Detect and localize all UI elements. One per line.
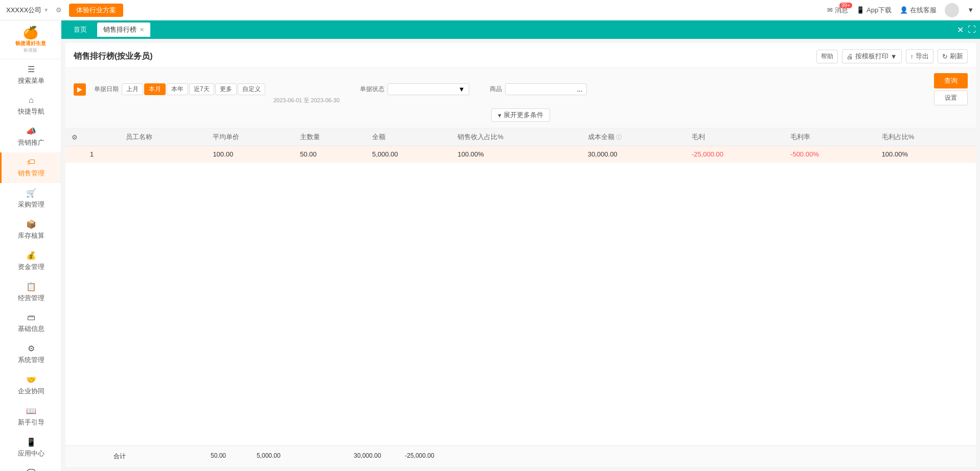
td-avg-price: 100.00 [207,146,293,163]
date-7-btn[interactable]: 近7天 [189,83,214,95]
home-icon: ⌂ [29,96,34,105]
td-qty: 50.00 [294,146,366,163]
expand-icon: ▾ [498,111,502,119]
th-gross-rate: 毛利率 [784,128,876,146]
print-label: 按模板打印 [855,52,888,61]
sidebar-label-finance: 资金管理 [18,262,44,272]
export-button[interactable]: ↑ 导出 [906,49,934,63]
query-button[interactable]: 查询 [934,73,968,88]
sidebar-item-sales[interactable]: 🏷 销售管理 [0,152,61,183]
column-settings-icon[interactable]: ⚙ [72,133,78,141]
message-button[interactable]: ✉ 消息 99+ [827,6,848,15]
tab-bar: 首页 销售排行榜 ✕ ✕ ⛶ [61,20,980,39]
top-right-actions: ✉ 消息 99+ 📱 App下载 👤 在线客服 ▼ [827,3,974,17]
status-select[interactable]: ▼ [388,83,469,95]
sidebar-item-operation[interactable]: 📋 经营管理 [0,277,61,308]
tab-maximize-icon[interactable]: ⛶ [968,25,976,35]
sidebar-label-search: 搜索菜单 [18,76,44,85]
cost-info-icon[interactable]: ⓘ [616,134,622,140]
refresh-button[interactable]: ↻ 刷新 [938,49,968,63]
date-prev-btn[interactable]: 上月 [122,83,143,95]
footer-cost: 30,000.00 [348,450,399,463]
footer-total-label: 合计 [107,450,158,463]
th-amount: 全额 [366,128,451,146]
filter-area: ▶ 单据日期 上月 本月 本年 近7天 更多 自定义 2023-06 [65,68,976,128]
sidebar-item-marketing[interactable]: 📣 营销推广 [0,121,61,152]
th-qty: 主数量 [294,128,366,146]
user-name[interactable]: ▼ [967,6,974,14]
td-sales-pct: 100.00% [451,146,582,163]
app-download-button[interactable]: 📱 App下载 [856,6,892,15]
expand-more-btn[interactable]: ▾ 展开更多条件 [491,108,550,122]
refresh-label: 刷新 [950,52,963,61]
sidebar-item-inventory[interactable]: 📦 库存核算 [0,214,61,245]
wechat-icon: 💬 [26,468,36,471]
sidebar-label-marketing: 营销推广 [18,138,44,147]
message-badge: 99+ [839,3,852,8]
filter-date: 单据日期 上月 本月 本年 近7天 更多 自定义 [94,83,265,95]
header-row: ⚙ 员工名称 平均单价 主数量 全额 销售收入占比% 成本全额 ⓘ [65,128,976,146]
filter-toggle-btn[interactable]: ▶ [74,83,86,96]
mobile-icon: 📱 [856,6,864,14]
td-employee [120,146,207,163]
tab-minimize-icon[interactable]: ✕ [957,25,964,35]
collab-icon: 🤝 [26,375,36,385]
sidebar-item-wechat[interactable]: 💬 企业微信 [0,463,61,471]
sidebar-item-apps[interactable]: 📱 应用中心 [0,432,61,463]
sidebar-label-inventory: 库存核算 [18,231,44,240]
page-content: 销售排行榜(按业务员) 帮助 🖨 按模板打印 ▼ ↑ 导出 ↻ 刷新 [65,43,976,467]
sidebar-label-basic: 基础信息 [18,324,44,333]
online-service-button[interactable]: 👤 在线客服 [900,6,937,15]
date-year-btn[interactable]: 本年 [167,83,188,95]
status-chevron-icon: ▼ [458,85,465,93]
sidebar-item-shortcut[interactable]: ⌂ 快捷导航 [0,91,61,121]
expand-label: 展开更多条件 [504,110,543,120]
date-more-btn[interactable]: 更多 [215,83,237,95]
tab-home[interactable]: 首页 [65,20,95,39]
goods-select[interactable]: ... [505,83,587,95]
settings-button[interactable]: 设置 [934,91,968,105]
footer-rank-col [87,450,107,463]
company-selector[interactable]: XXXXX公司 ▼ [6,6,49,15]
tab-sales-ranking[interactable]: 销售排行榜 ✕ [97,23,150,37]
system-icon: ⚙ [28,344,35,353]
sidebar-item-guide[interactable]: 📖 新手引导 [0,401,61,432]
tab-close-icon[interactable]: ✕ [140,27,144,33]
logo-sub: 标准版 [24,47,37,54]
td-settings [65,146,84,163]
footer-qty: 50.00 [204,450,250,463]
date-custom-btn[interactable]: 自定义 [238,83,265,95]
sidebar-item-purchase[interactable]: 🛒 采购管理 [0,183,61,214]
table-row[interactable]: 1100.0050.005,000.00100.00%30,000.00-25,… [65,146,976,163]
print-icon: 🖨 [847,53,853,60]
sidebar-label-shortcut: 快捷导航 [18,107,44,116]
sidebar-item-basic[interactable]: 🗃 基础信息 [0,308,61,339]
footer-amount: 5,000.00 [250,450,297,463]
help-button[interactable]: 帮助 [816,50,838,63]
table-body: 1100.0050.005,000.00100.00%30,000.00-25,… [65,146,976,163]
avatar[interactable] [945,3,959,17]
filter-row-main: ▶ 单据日期 上月 本月 本年 近7天 更多 自定义 2023-06 [74,73,968,105]
sidebar-label-system: 系统管理 [18,355,44,365]
print-button[interactable]: 🖨 按模板打印 ▼ [842,49,902,63]
sidebar: 🍊 畅捷通好生意 标准版 ☰ 搜索菜单 ⌂ 快捷导航 📣 营销推广 🏷 销售管理… [0,20,61,471]
sidebar-item-collab[interactable]: 🤝 企业协同 [0,370,61,401]
trial-button[interactable]: 体验行业方案 [69,4,123,17]
td-cost: 30,000.00 [582,146,686,163]
sidebar-label-apps: 应用中心 [18,449,44,458]
date-cur-btn[interactable]: 本月 [144,83,166,95]
settings-icon[interactable]: ⚙ [53,4,65,16]
th-settings[interactable]: ⚙ [65,128,84,146]
content-area: 首页 销售排行榜 ✕ ✕ ⛶ 销售排行榜(按业务员) 帮助 🖨 按模板打印 [61,20,980,471]
th-rank [84,128,120,146]
sidebar-item-finance[interactable]: 💰 资金管理 [0,245,61,277]
table-area: ⚙ 员工名称 平均单价 主数量 全额 销售收入占比% 成本全额 ⓘ [65,128,976,445]
sidebar-item-system[interactable]: ⚙ 系统管理 [0,339,61,370]
filter-goods: 商品 ... [490,83,587,95]
th-sales-pct: 销售收入占比% [451,128,582,146]
top-bar: XXXXX公司 ▼ ⚙ 体验行业方案 ✉ 消息 99+ 📱 App下载 👤 在线… [0,0,980,20]
footer-settings-col [72,450,87,463]
sidebar-item-search[interactable]: ☰ 搜索菜单 [0,59,61,91]
logo-name: 畅捷通好生意 [15,40,46,47]
footer-gross: -25,000.00 [399,450,450,463]
